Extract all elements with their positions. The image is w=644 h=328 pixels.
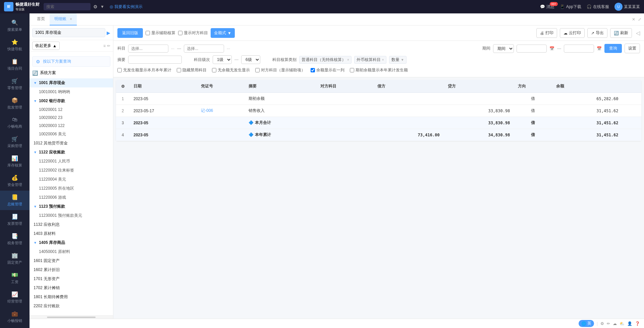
tree-item-1001[interactable]: ▼ 1001 库存现金 (30, 78, 113, 87)
tree-item-11220006[interactable]: 11220006 游戏 (30, 193, 113, 202)
tag-foreign-close-icon[interactable]: × (382, 58, 384, 62)
print-button[interactable]: 🖨 打印 (536, 28, 557, 38)
export-button[interactable]: ↗ 导出 (587, 28, 607, 38)
bottom-help-icon[interactable]: ❓ (635, 321, 640, 326)
level-start-select[interactable]: 1级 (213, 55, 232, 64)
system-solution-label[interactable]: 系统方案 (40, 70, 56, 76)
tree-item-1132[interactable]: 1132 应收利息 (30, 220, 113, 229)
calendar-start-icon[interactable]: 📅 (549, 46, 554, 51)
chevron-down-icon[interactable]: ▼ (100, 4, 104, 9)
tag-normal[interactable]: 普通科目（无特殊核算） × (299, 56, 352, 64)
tree-item-1123[interactable]: ▼ 1123 预付账款 (30, 202, 113, 211)
sidebar-item-ecommerce[interactable]: 🛍 小畅电商 (0, 113, 30, 132)
panel-expand-more-btn[interactable]: 收起更多 ▲ (32, 42, 60, 50)
date-start-input[interactable]: 2023-05 (517, 45, 547, 53)
format-dropdown-button[interactable]: 金额式 ▼ (211, 28, 235, 38)
sidebar-item-salary[interactable]: 💵 工资 (0, 268, 30, 288)
bottom-cloud1-icon[interactable]: ☁ (613, 321, 617, 326)
tree-hscroll[interactable] (30, 315, 113, 319)
date-end-input[interactable]: 2023-05 (564, 45, 594, 53)
tree-item-1403[interactable]: 1403 原材料 (30, 229, 113, 238)
selected-account-display[interactable]: 1001 库存现金 (32, 28, 105, 37)
chk-no-occurrence-row[interactable]: 无发生额显示本月本年累计 (117, 67, 171, 73)
chk-balance-one-col-row[interactable]: 余额显示在一列 (311, 67, 344, 73)
tab-home[interactable]: 首页 (32, 13, 50, 25)
tree-item-1601[interactable]: 1601 固定资产 (30, 256, 113, 265)
back-old-version-button[interactable]: 返回旧版 (117, 28, 143, 38)
bottom-edit-icon[interactable]: ✏ (607, 321, 610, 326)
close-window-icon[interactable]: ✕ (632, 17, 635, 22)
tag-foreign[interactable]: 外币核算科目 × (354, 56, 386, 64)
sidebar-item-fixed-assets[interactable]: 🏢 固定资产 (0, 249, 30, 268)
tree-item-10020002[interactable]: 10020002 23 (30, 114, 113, 122)
sidebar-item-retail[interactable]: 🛒 零售管理 (0, 74, 30, 94)
top-search-input[interactable] (44, 3, 91, 10)
bottom-user-icon[interactable]: 👤 (627, 321, 632, 326)
message-button[interactable]: 💬 消息 99+ (540, 4, 554, 10)
tab-close-icon[interactable]: × (70, 17, 72, 21)
level-end-select[interactable]: 6级 (241, 55, 260, 64)
tree-item-10020003[interactable]: 10020003 122 (30, 122, 113, 130)
tree-item-10020006[interactable]: 10020006 美元 (30, 130, 113, 139)
chk-opening-balance-row[interactable]: 期初余额显示本年累计发生额 (350, 67, 408, 73)
sidebar-item-expense[interactable]: 💼 小畅报销 (0, 307, 30, 327)
table-settings-icon[interactable]: ⚙ (121, 84, 125, 89)
edit-tree-icon[interactable]: ✏ (107, 44, 110, 48)
sidebar-item-quicknav[interactable]: ⭐ 快捷导航 (0, 36, 30, 55)
list-view-icon[interactable]: ≡ (103, 44, 106, 48)
tree-item-11220002[interactable]: 11220002 往来标签 (30, 166, 113, 175)
chk-no-balance-row[interactable]: 无余额无发生显示 (212, 67, 250, 73)
sidebar-item-purchase[interactable]: 🛒 采购管理 (0, 132, 30, 152)
tree-item-1002[interactable]: ▼ 1002 银行存款 (30, 96, 113, 106)
user-menu[interactable]: U 某某某某 (614, 3, 640, 11)
tab-ledger[interactable]: 明细账 × (50, 13, 77, 25)
sidebar-item-search[interactable]: 🔍 搜索菜单 (0, 16, 30, 36)
sidebar-item-operations[interactable]: 📈 经营管理 (0, 288, 30, 307)
settings-button[interactable]: 设置 (625, 44, 640, 53)
chk-no-occurrence-checkbox[interactable] (117, 68, 122, 72)
query-button[interactable]: 查询 (604, 44, 622, 53)
chk-opening-balance-checkbox[interactable] (350, 68, 354, 72)
th-settings[interactable]: ⚙ (116, 80, 129, 93)
summary-input[interactable] (128, 56, 182, 64)
chk-hide-disabled-checkbox[interactable] (177, 68, 181, 72)
chk-no-balance-checkbox[interactable] (212, 68, 216, 72)
sidebar-item-basic-info[interactable]: ℹ️ 基础信息 (0, 327, 30, 328)
chk-aux-verify-checkbox[interactable] (146, 31, 150, 35)
tree-item-14050001[interactable]: 14050001 原材料 (30, 247, 113, 256)
expand-arrow-icon[interactable]: ▶ (107, 30, 110, 36)
maximize-icon[interactable]: ⤢ (638, 17, 641, 22)
tree-item-1602[interactable]: 1602 累计折旧 (30, 265, 113, 274)
tag-normal-close-icon[interactable]: × (347, 58, 349, 62)
sidebar-item-wholesale[interactable]: 📦 批发管理 (0, 94, 30, 113)
tree-item-11230001[interactable]: 11230001 预付账款美元 (30, 211, 113, 220)
sidebar-item-inventory[interactable]: 📊 库存核算 (0, 152, 30, 171)
cloud-print-button[interactable]: ☁ 云打印 (560, 28, 585, 38)
tree-item-1801[interactable]: 1801 长期待摊费用 (30, 292, 113, 302)
voucher-link[interactable]: 记-006 (201, 108, 213, 113)
tree-item-10010001[interactable]: 10010001 哟哟哟 (30, 87, 113, 96)
right-panel-collapse-icon[interactable]: ◁ (636, 30, 640, 36)
chk-balance-one-col-checkbox[interactable] (311, 68, 315, 72)
chk-opposite-subject-row[interactable]: 对方科目（显示辅助项） (255, 67, 305, 73)
subject-end-input[interactable] (184, 45, 224, 53)
demo-link[interactable]: ◎ 我要看实例演示 (110, 4, 143, 10)
tree-item-1122[interactable]: ▼ 1122 应收账款 (30, 148, 113, 157)
subject-start-input[interactable] (128, 45, 168, 53)
settings-icon[interactable]: ⚙ (93, 4, 98, 9)
tree-item-2202[interactable]: 2202 应付账款 (30, 302, 113, 311)
chk-opposite-subject-checkbox[interactable] (255, 68, 260, 72)
sidebar-item-funds[interactable]: 💰 资金管理 (0, 171, 30, 191)
chk-opposite-checkbox[interactable] (178, 31, 182, 35)
calendar-end-icon[interactable]: 📅 (597, 46, 602, 51)
sidebar-item-project[interactable]: 📋 项目合同 (0, 55, 30, 74)
tree-item-1012[interactable]: 1012 其他货币资金 (30, 139, 113, 148)
sidebar-item-tax[interactable]: 📑 税务管理 (0, 229, 30, 249)
period-type-select[interactable]: 期间 (493, 44, 514, 53)
app-download-button[interactable]: 📱 App下载 (560, 4, 581, 10)
online-service-button[interactable]: 🎧 在线客服 (587, 4, 609, 10)
tag-quantity[interactable]: 数量 ▼ (389, 56, 407, 64)
bottom-settings-icon[interactable]: ⚙ (600, 321, 604, 326)
refresh-button[interactable]: 🔄 刷新 (610, 28, 632, 38)
tree-item-10020001[interactable]: 10020001 12 (30, 106, 113, 114)
